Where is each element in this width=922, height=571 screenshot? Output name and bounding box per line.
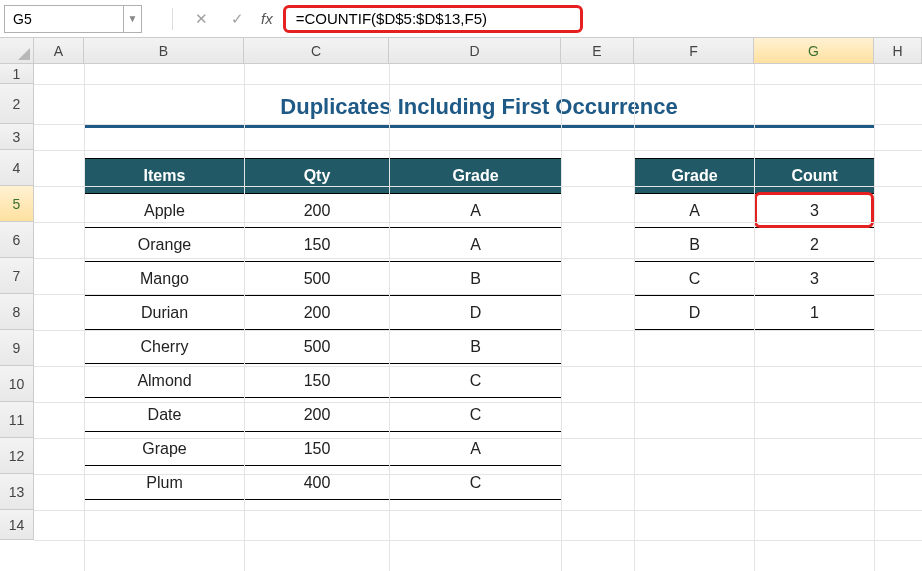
table-cell[interactable]: D bbox=[390, 296, 562, 330]
row-header-7[interactable]: 7 bbox=[0, 258, 34, 294]
table-cell[interactable]: B bbox=[635, 228, 755, 262]
row-header-5[interactable]: 5 bbox=[0, 186, 34, 222]
formula-input[interactable]: =COUNTIF($D$5:$D$13,F5) bbox=[283, 5, 583, 33]
cells-area[interactable]: Duplicates Including First Occurrence It… bbox=[34, 64, 922, 571]
formula-bar: G5 ▼ ✕ ✓ fx =COUNTIF($D$5:$D$13,F5) bbox=[0, 0, 922, 38]
table-cell[interactable]: 400 bbox=[245, 466, 390, 500]
table-cell[interactable]: 1 bbox=[755, 296, 875, 330]
row-header-13[interactable]: 13 bbox=[0, 474, 34, 510]
table-cell[interactable]: 3 bbox=[755, 262, 875, 296]
gridline bbox=[34, 124, 922, 125]
table-cell[interactable]: B bbox=[390, 262, 562, 296]
table-cell[interactable]: A bbox=[390, 432, 562, 466]
col-header-H[interactable]: H bbox=[874, 38, 922, 64]
table-cell[interactable]: 150 bbox=[245, 364, 390, 398]
col-header-D[interactable]: D bbox=[389, 38, 561, 64]
gridline bbox=[754, 64, 755, 571]
row-header-6[interactable]: 6 bbox=[0, 222, 34, 258]
table-row: Orange150A bbox=[85, 228, 562, 262]
col-header-B[interactable]: B bbox=[84, 38, 244, 64]
select-all-corner[interactable] bbox=[0, 38, 34, 64]
fx-icon[interactable]: fx bbox=[261, 10, 273, 27]
table-row: Cherry500B bbox=[85, 330, 562, 364]
row-header-10[interactable]: 10 bbox=[0, 366, 34, 402]
gridline bbox=[84, 64, 85, 571]
col-header-E[interactable]: E bbox=[561, 38, 634, 64]
table-cell[interactable]: Almond bbox=[85, 364, 245, 398]
gridline bbox=[34, 150, 922, 151]
page-title: Duplicates Including First Occurrence bbox=[84, 88, 874, 128]
spreadsheet-grid: 1234567891011121314 ABCDEFGH Duplicates … bbox=[0, 38, 922, 571]
table-row: Grape150A bbox=[85, 432, 562, 466]
gridline bbox=[34, 474, 922, 475]
row-header-1[interactable]: 1 bbox=[0, 64, 34, 84]
enter-icon[interactable]: ✓ bbox=[225, 7, 249, 31]
table-row: Almond150C bbox=[85, 364, 562, 398]
gridline bbox=[561, 64, 562, 571]
col-header-C[interactable]: C bbox=[244, 38, 389, 64]
gridline bbox=[34, 510, 922, 511]
table-row: Plum400C bbox=[85, 466, 562, 500]
gridline bbox=[34, 366, 922, 367]
gridline bbox=[34, 222, 922, 223]
name-box[interactable]: G5 bbox=[4, 5, 124, 33]
table-cell[interactable]: Cherry bbox=[85, 330, 245, 364]
row-header-9[interactable]: 9 bbox=[0, 330, 34, 366]
name-box-dropdown-icon[interactable]: ▼ bbox=[124, 5, 142, 33]
row-header-3[interactable]: 3 bbox=[0, 124, 34, 150]
table-cell[interactable]: Plum bbox=[85, 466, 245, 500]
table-cell[interactable]: B bbox=[390, 330, 562, 364]
column-headers: ABCDEFGH bbox=[34, 38, 922, 64]
gridline bbox=[34, 330, 922, 331]
table-cell[interactable]: 500 bbox=[245, 262, 390, 296]
table-cell[interactable]: 500 bbox=[245, 330, 390, 364]
table-cell[interactable]: 150 bbox=[245, 432, 390, 466]
table-cell[interactable]: Grape bbox=[85, 432, 245, 466]
row-headers: 1234567891011121314 bbox=[0, 64, 34, 540]
gridline bbox=[244, 64, 245, 571]
col-header-G[interactable]: G bbox=[754, 38, 874, 64]
table-cell[interactable]: 150 bbox=[245, 228, 390, 262]
gridline bbox=[34, 84, 922, 85]
table-cell[interactable]: C bbox=[390, 466, 562, 500]
gridline bbox=[34, 186, 922, 187]
gridline bbox=[874, 64, 875, 571]
gridline bbox=[34, 540, 922, 541]
table-header[interactable]: Qty bbox=[245, 159, 390, 194]
table-cell[interactable]: C bbox=[390, 364, 562, 398]
table-header[interactable]: Grade bbox=[635, 159, 755, 194]
table-header[interactable]: Items bbox=[85, 159, 245, 194]
table-cell[interactable]: Orange bbox=[85, 228, 245, 262]
table-cell[interactable]: 200 bbox=[245, 296, 390, 330]
col-header-F[interactable]: F bbox=[634, 38, 754, 64]
table-cell[interactable]: C bbox=[635, 262, 755, 296]
gridline bbox=[34, 438, 922, 439]
items-table: ItemsQtyGrade Apple200AOrange150AMango50… bbox=[84, 158, 562, 500]
table-cell[interactable]: A bbox=[390, 228, 562, 262]
divider bbox=[172, 8, 173, 30]
row-header-4[interactable]: 4 bbox=[0, 150, 34, 186]
gridline bbox=[634, 64, 635, 571]
gridline bbox=[34, 258, 922, 259]
row-header-2[interactable]: 2 bbox=[0, 84, 34, 124]
gridline bbox=[34, 294, 922, 295]
row-header-8[interactable]: 8 bbox=[0, 294, 34, 330]
col-header-A[interactable]: A bbox=[34, 38, 84, 64]
table-cell[interactable]: 2 bbox=[755, 228, 875, 262]
table-row: Mango500B bbox=[85, 262, 562, 296]
gridline bbox=[34, 402, 922, 403]
gridline bbox=[389, 64, 390, 571]
row-header-12[interactable]: 12 bbox=[0, 438, 34, 474]
table-header[interactable]: Count bbox=[755, 159, 875, 194]
table-cell[interactable]: D bbox=[635, 296, 755, 330]
table-header[interactable]: Grade bbox=[390, 159, 562, 194]
row-header-11[interactable]: 11 bbox=[0, 402, 34, 438]
table-cell[interactable]: Durian bbox=[85, 296, 245, 330]
row-header-14[interactable]: 14 bbox=[0, 510, 34, 540]
table-row: Durian200D bbox=[85, 296, 562, 330]
cancel-icon[interactable]: ✕ bbox=[189, 7, 213, 31]
table-cell[interactable]: Mango bbox=[85, 262, 245, 296]
